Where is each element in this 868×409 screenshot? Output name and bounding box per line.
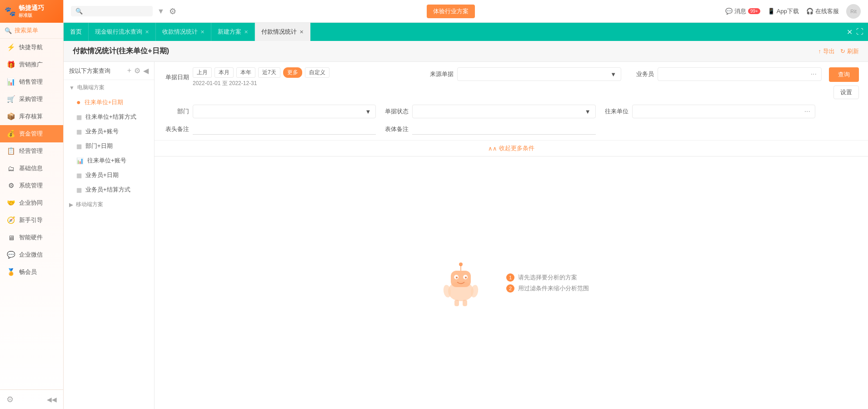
purchase-icon: 🛒 — [6, 95, 15, 103]
sidebar-item-label: 采购管理 — [19, 95, 43, 103]
scheme-item-unit-settlement[interactable]: ▦ 往来单位+结算方式 — [64, 110, 154, 124]
tab-new-scheme-close[interactable]: ✕ — [244, 29, 248, 35]
dept-select[interactable]: ▼ — [193, 105, 376, 118]
filter-row-2: 部门 ▼ 单据状态 ▼ — [164, 105, 859, 118]
status-select[interactable]: ▼ — [412, 105, 595, 118]
date-btn-this-month[interactable]: 本月 — [215, 67, 234, 78]
enterprise-icon: 🤝 — [6, 199, 15, 207]
sidebar-item-basic[interactable]: 🗂 基础信息 — [0, 160, 63, 177]
tab-new-scheme-label: 新建方案 — [218, 28, 241, 36]
sidebar: 🐾 畅捷通巧 标准版 🔍 搜索菜单 ⚡ 快捷导航 🎁 营销推广 📊 销售管理 🛒… — [0, 0, 64, 409]
sidebar-item-guide[interactable]: 🧭 新手引导 — [0, 212, 63, 229]
scheme-item-unit-date[interactable]: ● 往来单位+日期 — [64, 95, 154, 110]
source-dropdown-icon: ▼ — [610, 71, 616, 78]
svg-point-5 — [465, 277, 467, 278]
tab-receipt-stats[interactable]: 收款情况统计 ✕ — [156, 23, 211, 41]
date-btn-7days[interactable]: 近7天 — [258, 67, 280, 78]
refresh-btn[interactable]: ↻ 刷新 — [840, 47, 859, 56]
tab-receipt-stats-close[interactable]: ✕ — [200, 29, 205, 35]
trial-btn[interactable]: 体验行业方案 — [427, 5, 475, 18]
tab-home[interactable]: 首页 — [64, 23, 89, 41]
export-btn[interactable]: ↑ 导出 — [818, 47, 835, 56]
sidebar-settings-btn[interactable]: ⚙ — [6, 394, 14, 404]
app-sub: 标准版 — [19, 12, 44, 19]
scheme-collapse-btn[interactable]: ◀ — [143, 66, 149, 75]
sidebar-item-label: 快捷导航 — [19, 43, 43, 51]
tab-new-scheme[interactable]: 新建方案 ✕ — [211, 23, 255, 41]
group-arrow-icon: ▼ — [69, 85, 75, 91]
filter-field-dept: 部门 ▼ — [164, 105, 376, 118]
sidebar-item-stock[interactable]: 📦 库存核算 — [0, 108, 63, 125]
query-btn[interactable]: 查询 — [829, 67, 859, 82]
scheme-item-staff-date[interactable]: ▦ 业务员+日期 — [64, 168, 154, 182]
tab-payment-stats-close[interactable]: ✕ — [299, 29, 304, 35]
scheme-group-mobile-title[interactable]: ▶ 移动端方案 — [64, 197, 154, 212]
sidebar-item-quick-nav[interactable]: ⚡ 快捷导航 — [0, 39, 63, 56]
date-btn-more[interactable]: 更多 — [283, 67, 302, 78]
scheme-item-dept-date[interactable]: ▦ 部门+日期 — [64, 139, 154, 153]
sidebar-item-system[interactable]: ⚙ 系统管理 — [0, 177, 63, 194]
user-avatar[interactable]: Rit — [846, 4, 861, 19]
sidebar-item-hardware[interactable]: 🖥 智能硬件 — [0, 229, 63, 246]
sidebar-item-purchase[interactable]: 🛒 采购管理 — [0, 91, 63, 108]
scheme-setting-btn[interactable]: ⚙ — [134, 66, 140, 75]
scheme-item-unit-account[interactable]: 📊 往来单位+账号 — [64, 153, 154, 168]
sidebar-item-label: 销售管理 — [19, 78, 43, 86]
sidebar-item-capital[interactable]: 💰 资金管理 — [0, 125, 63, 142]
tab-cash-flow[interactable]: 现金银行流水查询 ✕ — [89, 23, 156, 41]
sidebar-collapse-btn[interactable]: ◀◀ — [47, 396, 57, 403]
tabbar: 首页 现金银行流水查询 ✕ 收款情况统计 ✕ 新建方案 ✕ 付款情况统计 ✕ ✕… — [64, 23, 868, 41]
date-btn-last-month[interactable]: 上月 — [193, 67, 212, 78]
search-icon: 🔍 — [75, 8, 83, 15]
scheme-item-staff-settlement[interactable]: ▦ 业务员+结算方式 — [64, 182, 154, 197]
sidebar-item-operation[interactable]: 📋 经营管理 — [0, 142, 63, 160]
app-download-btn[interactable]: 📱 App下载 — [768, 7, 799, 15]
date-btn-this-year[interactable]: 本年 — [236, 67, 255, 78]
sidebar-item-marketing[interactable]: 🎁 营销推广 — [0, 56, 63, 73]
tab-expand-btn[interactable]: ⛶ — [856, 28, 863, 36]
header-note-input[interactable] — [193, 124, 376, 135]
empty-hint-1: 1 请先选择要分析的方案 — [506, 273, 589, 282]
filter-field-staff: 业务员 ··· — [629, 67, 822, 81]
hint-num-2: 2 — [506, 284, 514, 293]
sidebar-item-label: 基础信息 — [19, 164, 43, 172]
empty-state: 1 请先选择要分析的方案 2 用过滤条件来缩小分析范围 — [434, 257, 589, 308]
search-menu[interactable]: 🔍 搜索菜单 — [0, 23, 63, 39]
page-header: 付款情况统计(往来单位+日期) ↑ 导出 ↻ 刷新 — [64, 41, 868, 62]
logo-icon: 🐾 — [5, 6, 16, 17]
tab-close-all-btn[interactable]: ✕ — [847, 28, 853, 36]
sidebar-item-wechat[interactable]: 💬 企业微信 — [0, 246, 63, 263]
collapse-bar[interactable]: ∧∧ 收起更多条件 — [155, 140, 868, 156]
staff-dots[interactable]: ··· — [811, 70, 817, 78]
filter-field-unit: 往来单位 ··· — [603, 105, 815, 118]
tab-cash-flow-close[interactable]: ✕ — [145, 29, 149, 35]
tab-payment-stats[interactable]: 付款情况统计 ✕ — [255, 23, 310, 41]
tab-receipt-stats-label: 收款情况统计 — [162, 28, 198, 36]
sidebar-item-label: 企业微信 — [19, 251, 43, 259]
scheme-item-label: 往来单位+账号 — [87, 157, 126, 165]
date-btn-custom[interactable]: 自定义 — [305, 67, 329, 78]
staff-select[interactable]: ··· — [658, 67, 822, 81]
unit-dots[interactable]: ··· — [804, 107, 810, 116]
page-title: 付款情况统计(往来单位+日期) — [73, 46, 169, 56]
scheme-add-btn[interactable]: + — [127, 66, 131, 75]
tab-home-label: 首页 — [70, 28, 82, 36]
topbar-gear-btn[interactable]: ⚙ — [169, 6, 176, 16]
scheme-group-pc-title[interactable]: ▼ 电脑端方案 — [64, 80, 154, 95]
setting-btn[interactable]: 设置 — [833, 86, 859, 99]
online-service-btn[interactable]: 🎧 在线客服 — [806, 7, 839, 15]
sidebar-item-enterprise[interactable]: 🤝 企业协同 — [0, 194, 63, 212]
unit-label: 往来单位 — [603, 107, 629, 116]
source-select[interactable]: ▼ — [457, 67, 621, 81]
hardware-icon: 🖥 — [6, 234, 15, 242]
sidebar-item-sales[interactable]: 📊 销售管理 — [0, 73, 63, 91]
sidebar-item-member[interactable]: 🏅 畅会员 — [0, 263, 63, 281]
empty-hints: 1 请先选择要分析的方案 2 用过滤条件来缩小分析范围 — [506, 273, 589, 293]
message-btn[interactable]: 💬 消息 99+ — [725, 7, 760, 15]
topbar-dropdown-icon[interactable]: ▼ — [157, 7, 165, 15]
scheme-item-staff-account[interactable]: ▦ 业务员+账号 — [64, 124, 154, 139]
basic-icon: 🗂 — [6, 165, 15, 172]
body-note-input[interactable] — [412, 124, 595, 135]
unit-select[interactable]: ··· — [632, 105, 815, 118]
unit-date-icon: ● — [76, 98, 81, 106]
